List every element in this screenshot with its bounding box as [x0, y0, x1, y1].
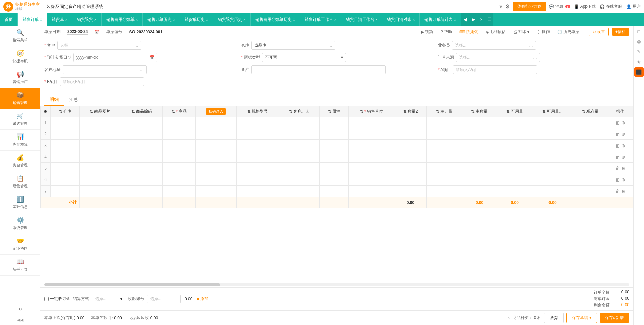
- row-delete-button[interactable]: 🗑: [615, 120, 620, 125]
- close-icon[interactable]: ×: [206, 18, 208, 22]
- close-icon[interactable]: ×: [173, 18, 175, 22]
- close-icon[interactable]: ×: [454, 18, 456, 22]
- order-source-more-icon[interactable]: …: [533, 55, 537, 60]
- row-2-product-code[interactable]: [121, 128, 163, 140]
- tab-sales-invoice[interactable]: 销货单 ×: [47, 13, 72, 26]
- sidebar-item-search[interactable]: 🔍 搜索菜单: [0, 26, 40, 46]
- one-click-checkbox[interactable]: 一键收订金: [44, 296, 70, 302]
- row-1-available2[interactable]: [532, 117, 573, 128]
- nav-close-all[interactable]: ×: [477, 13, 485, 26]
- message-button[interactable]: 💬 消息 9: [549, 4, 570, 9]
- row-1-customer-ref[interactable]: [278, 117, 320, 128]
- add-material-button[interactable]: +物料: [612, 28, 629, 36]
- right-panel-btn-4[interactable]: ★: [634, 57, 644, 67]
- close-icon[interactable]: ×: [40, 18, 42, 22]
- settings-button[interactable]: ⚙ 设置: [589, 28, 609, 36]
- tab-sales-cost-split[interactable]: 销售费用分摊单 ×: [102, 13, 143, 26]
- th-product[interactable]: ⇅*商品: [163, 106, 196, 117]
- th-current-stock[interactable]: ⇅现存量: [573, 106, 608, 117]
- ops-button[interactable]: ⋮ 操作: [535, 28, 552, 35]
- tab-detail[interactable]: 明细: [44, 95, 64, 106]
- right-panel-btn-3[interactable]: ✎: [634, 47, 644, 56]
- address-more-icon[interactable]: …: [140, 67, 144, 72]
- customer-more-icon[interactable]: …: [134, 43, 138, 48]
- th-available[interactable]: ⇅可用量: [497, 106, 532, 117]
- row-2-sales-unit[interactable]: [349, 128, 394, 140]
- settle-method-select[interactable]: 选择... ▾: [92, 295, 125, 303]
- close-icon[interactable]: ×: [334, 18, 336, 22]
- row-1-product-code[interactable]: [121, 117, 163, 128]
- b-project-input[interactable]: 请输入B项目: [60, 77, 144, 86]
- sidebar-item-system[interactable]: ⚙️ 系统管理: [0, 213, 40, 234]
- sidebar-collapse-button[interactable]: ◀◀: [0, 315, 40, 325]
- row-copy-button[interactable]: ⊕: [621, 120, 626, 125]
- tab-daily-workbench[interactable]: 钱货日清工作台 ×: [341, 13, 383, 26]
- th-settings[interactable]: ⚙: [41, 106, 51, 117]
- close-icon[interactable]: ×: [376, 18, 378, 22]
- tab-home[interactable]: 首页: [0, 13, 18, 26]
- row-1-spec[interactable]: [236, 117, 278, 128]
- row-2-customer-ref[interactable]: [278, 128, 320, 140]
- close-icon[interactable]: ×: [94, 18, 97, 22]
- staff-more-icon[interactable]: …: [529, 43, 533, 48]
- row-delete-button[interactable]: 🗑: [615, 154, 620, 160]
- save-new-button[interactable]: 保存&新增: [600, 313, 629, 323]
- sidebar-item-gear[interactable]: ⚙: [0, 303, 40, 315]
- th-sales-unit[interactable]: ⇅*销售单位: [349, 106, 394, 117]
- nav-prev-arrow[interactable]: ◀: [461, 13, 469, 26]
- row-copy-button[interactable]: ⊕: [621, 189, 626, 194]
- save-draft-button[interactable]: 保存草稿 ▾: [566, 313, 597, 323]
- row-2-qty2[interactable]: [394, 128, 426, 140]
- row-1-main-unit[interactable]: [427, 117, 462, 128]
- help-button[interactable]: ? 帮助: [439, 28, 454, 35]
- sidebar-item-collab[interactable]: 🤝 企业协同: [0, 234, 40, 255]
- one-click-check[interactable]: [44, 297, 49, 301]
- add-payment-button[interactable]: ● 添加: [196, 296, 209, 302]
- th-customer-ref[interactable]: ⇅客户... ⓘ: [278, 106, 320, 117]
- tab-invoice-history[interactable]: 销货单历史 ×: [180, 13, 213, 26]
- row-2-available2[interactable]: [532, 128, 573, 140]
- close-icon[interactable]: ×: [243, 18, 245, 22]
- sidebar-item-purchase[interactable]: 🛒 采购管理: [0, 109, 40, 130]
- receipt-more-icon[interactable]: …: [174, 297, 178, 301]
- discard-button[interactable]: 放弃: [544, 313, 564, 323]
- calendar-icon[interactable]: 📅: [94, 30, 100, 34]
- sidebar-item-info[interactable]: ℹ️ 基础信息: [0, 192, 40, 213]
- sidebar-item-marketing[interactable]: 📢 营销推广: [0, 67, 40, 88]
- tab-sales-order-history[interactable]: 销售订单历史 ×: [143, 13, 180, 26]
- sidebar-item-sales[interactable]: 📦 销售管理: [0, 88, 40, 109]
- row-delete-button[interactable]: 🗑: [615, 166, 620, 171]
- row-1-warehouse[interactable]: [51, 117, 80, 128]
- th-main-unit[interactable]: ⇅主计量: [427, 106, 462, 117]
- user-avatar[interactable]: 👤 用户: [626, 4, 641, 9]
- right-panel-btn-5[interactable]: ⬛: [634, 67, 644, 77]
- row-2-attr[interactable]: [320, 128, 349, 140]
- close-icon[interactable]: ×: [65, 18, 67, 22]
- address-input[interactable]: …: [63, 65, 147, 74]
- row-copy-button[interactable]: ⊕: [621, 177, 626, 182]
- row-2-current-stock[interactable]: [573, 128, 608, 140]
- row-copy-button[interactable]: ⊕: [621, 166, 626, 171]
- scroll-thumb[interactable]: [44, 283, 220, 286]
- sidebar-item-guide[interactable]: 📖 新手引导: [0, 255, 40, 276]
- right-panel-btn-1[interactable]: □: [634, 27, 644, 36]
- single-date-value[interactable]: 2023-03-24: [67, 29, 88, 35]
- tab-cost-split-history[interactable]: 销售费用分摊单历史 ×: [251, 13, 300, 26]
- nav-menu-icon[interactable]: ☰: [485, 13, 493, 26]
- row-delete-button[interactable]: 🗑: [615, 177, 620, 182]
- row-delete-button[interactable]: 🗑: [615, 189, 620, 194]
- online-support-button[interactable]: 🎧 在线客服: [600, 4, 622, 9]
- row-2-product[interactable]: [163, 128, 196, 140]
- order-source-input[interactable]: 选择... …: [456, 53, 540, 62]
- tab-sales-statistics[interactable]: 销售订单统计表 ×: [420, 13, 461, 26]
- tab-daily-reconcile[interactable]: 钱货日清对账 ×: [382, 13, 420, 26]
- row-1-main-qty[interactable]: [462, 117, 497, 128]
- row-copy-button[interactable]: ⊕: [621, 143, 626, 148]
- sidebar-item-quicknav[interactable]: 🧭 快捷导航: [0, 46, 40, 67]
- sidebar-item-inventory[interactable]: 📊 库存核算: [0, 130, 40, 151]
- tab-summary[interactable]: 汇总: [64, 95, 83, 106]
- row-2-main-qty[interactable]: [462, 128, 497, 140]
- close-icon[interactable]: ×: [413, 18, 415, 22]
- th-attr[interactable]: ⇅属性: [320, 106, 349, 117]
- row-delete-button[interactable]: 🗑: [615, 143, 620, 148]
